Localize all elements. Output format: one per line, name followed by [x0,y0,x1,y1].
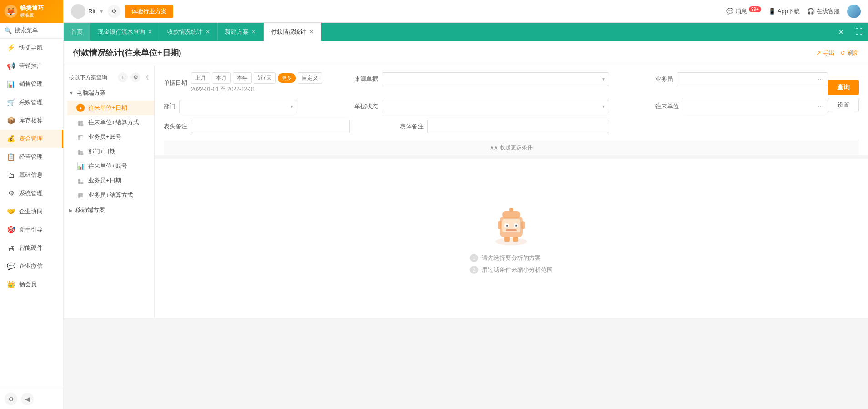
sidebar-item-label: 采购管理 [19,98,43,106]
scheme-category-header-mobile[interactable]: ▶ 移动端方案 [64,202,154,218]
scheme-panel-header: 按以下方案查询 + ⚙ 《 [64,70,154,85]
tab-new-scheme[interactable]: 新建方案 ✕ [218,23,264,41]
settings-btn[interactable]: ⚙ [108,5,120,18]
tab-payment-stat[interactable]: 付款情况统计 ✕ [264,23,321,41]
status-select[interactable]: ▾ [382,100,609,113]
operation-icon: 📋 [6,152,15,162]
message-action[interactable]: 💬 消息 99+ [726,7,761,15]
app-download-action[interactable]: 📱 App下载 [768,7,800,15]
try-industry-btn[interactable]: 体验行业方案 [125,5,173,18]
scheme-panel-title: 按以下方案查询 [69,74,107,81]
scheme-item-dept-date[interactable]: ▦ 部门+日期 [67,144,154,159]
hardware-icon: 🖨 [6,243,15,252]
online-service-action[interactable]: 🎧 在线客服 [807,7,840,15]
scheme-item-label: 业务员+日期 [88,177,121,185]
page-header: 付款情况统计(往来单位+日期) ↗ 导出 ↺ 刷新 [64,41,868,65]
chevron-down-icon[interactable]: ▾ [100,8,103,15]
scheme-category-label: 移动端方案 [75,206,105,214]
sidebar-item-sales[interactable]: 📊 销售管理 [0,75,63,93]
sidebar-item-wechat[interactable]: 💬 企业微信 [0,257,63,275]
sidebar-settings-btn[interactable]: ⚙ [5,393,17,405]
query-btn[interactable]: 查询 [828,80,859,95]
sidebar-item-operation[interactable]: 📋 经营管理 [0,148,63,166]
header-note-input[interactable] [191,120,350,133]
scheme-item-staff-settle[interactable]: ▦ 业务员+结算方式 [67,188,154,202]
collapse-bar[interactable]: ∧∧ 收起更多条件 [164,140,859,155]
partner-dots-icon[interactable]: ··· [818,102,824,111]
svg-point-6 [515,225,517,227]
scheme-item-table-icon: ▦ [76,118,85,126]
tab-payment-stat-close[interactable]: ✕ [309,29,314,35]
system-icon: ⚙ [6,189,15,198]
tab-home[interactable]: 首页 [64,23,90,41]
sidebar-item-purchase[interactable]: 🛒 采购管理 [0,93,63,111]
tab-receivable-close[interactable]: ✕ [205,29,210,35]
scheme-settings-btn[interactable]: ⚙ [130,72,140,82]
scheme-item-staff-date[interactable]: ▦ 业务员+日期 [67,173,154,188]
date-btn-last-month[interactable]: 上月 [191,72,210,84]
export-btn[interactable]: ↗ 导出 [816,49,835,57]
date-btn-custom[interactable]: 自定义 [298,72,322,84]
sidebar-item-guide[interactable]: 🎯 新手引导 [0,221,63,239]
sidebar-item-capital[interactable]: 💰 资金管理 [0,130,63,148]
sidebar-item-quick-nav[interactable]: ⚡ 快捷导航 [0,39,63,57]
sidebar-item-enterprise[interactable]: 🤝 企业协同 [0,202,63,221]
staff-dots-icon[interactable]: ··· [818,75,824,83]
scheme-item-active-icon: ● [76,104,85,112]
svg-point-13 [509,208,513,212]
sidebar-collapse-btn[interactable]: ◀ [21,393,34,405]
refresh-icon: ↺ [840,50,845,56]
sidebar-item-label: 企业协同 [19,207,43,216]
top-user-avatar[interactable] [847,5,861,18]
svg-point-0 [495,238,527,245]
sidebar-item-label: 资金管理 [19,135,43,143]
scheme-item-partner-settle[interactable]: ▦ 往来单位+结算方式 [67,115,154,130]
tab-receivable[interactable]: 收款情况统计 ✕ [160,23,218,41]
source-select[interactable]: ▾ [382,72,609,86]
source-label: 来源单据 [354,75,378,83]
staff-select[interactable]: ··· [677,72,828,86]
sidebar-item-basic[interactable]: 🗂 基础信息 [0,166,63,184]
empty-state: 1 请先选择要分析的方案 2 用过滤条件来缩小分析范围 [461,176,562,301]
dept-select[interactable]: ▾ [179,100,297,113]
online-service-label: 在线客服 [816,7,840,15]
sidebar-item-label: 智能硬件 [19,244,43,252]
sidebar-item-system[interactable]: ⚙ 系统管理 [0,184,63,202]
body-note-input[interactable] [427,120,609,133]
add-scheme-btn[interactable]: + [118,72,128,82]
scheme-item-partner-account[interactable]: 📊 往来单位+账号 [67,159,154,173]
tab-bar-actions: ✕ ⛶ [832,23,868,41]
filter-settings-btn[interactable]: 设置 [828,98,859,112]
filter-row-2: 部门 ▾ 单据状态 [164,100,828,113]
tab-bank-flow-close[interactable]: ✕ [148,29,152,35]
app-download-icon: 📱 [768,8,776,15]
scheme-category-header-desktop[interactable]: ▼ 电脑端方案 [64,85,154,101]
scheme-item-staff-account[interactable]: ▦ 业务员+账号 [67,130,154,144]
tab-fullscreen-btn[interactable]: ⛶ [850,23,868,41]
search-menu[interactable]: 🔍 搜索菜单 [0,23,63,39]
partner-select[interactable]: ··· [683,100,828,113]
sidebar-item-member[interactable]: 👑 畅会员 [0,275,63,293]
sidebar-item-inventory[interactable]: 📦 库存核算 [0,111,63,130]
tab-new-scheme-close[interactable]: ✕ [251,29,256,35]
date-btn-this-month[interactable]: 本月 [212,72,231,84]
tip-text-2: 用过滤条件来缩小分析范围 [482,266,553,274]
guide-icon: 🎯 [6,225,15,234]
date-btn-7days[interactable]: 近7天 [254,72,276,84]
member-icon: 👑 [6,280,15,289]
tab-home-label: 首页 [71,28,83,36]
sidebar-nav: ⚡ 快捷导航 📢 营销推广 📊 销售管理 🛒 采购管理 📦 库存核算 💰 [0,39,63,389]
tab-close-all-btn[interactable]: ✕ [832,23,850,41]
tab-bar: 首页 现金银行流水查询 ✕ 收款情况统计 ✕ 新建方案 ✕ 付款情况统计 ✕ ✕… [64,23,868,41]
scheme-items-desktop: ● 往来单位+日期 ▦ 往来单位+结算方式 ▦ 业务员+账号 [64,101,154,202]
sidebar-item-marketing[interactable]: 📢 营销推广 [0,57,63,75]
scheme-collapse-btn[interactable]: 《 [143,74,149,81]
date-btn-this-year[interactable]: 本年 [233,72,252,84]
sidebar-item-label: 畅会员 [19,280,37,288]
scheme-item-partner-date[interactable]: ● 往来单位+日期 [67,101,154,115]
date-btn-more[interactable]: 更多 [278,73,296,83]
sidebar-item-hardware[interactable]: 🖨 智能硬件 [0,239,63,257]
scheme-item-table-icon: ▦ [76,147,85,156]
refresh-btn[interactable]: ↺ 刷新 [840,49,859,57]
tab-bank-flow[interactable]: 现金银行流水查询 ✕ [90,23,160,41]
